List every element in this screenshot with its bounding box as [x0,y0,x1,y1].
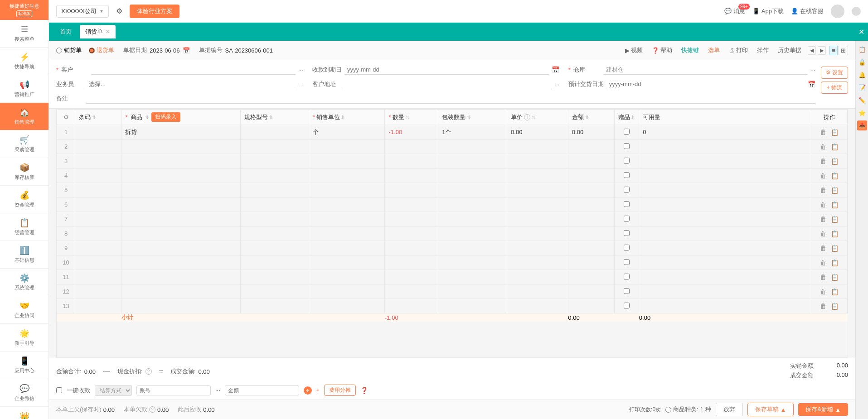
row-pkg-qty[interactable] [438,299,507,313]
row-gift[interactable] [615,154,639,169]
row-pkg-qty[interactable] [438,255,507,270]
row-product[interactable] [121,212,240,226]
row-pkg-qty[interactable] [438,140,507,154]
row-amount[interactable] [568,241,614,255]
discount-info-icon[interactable]: ? [145,368,152,375]
row-qty[interactable] [385,226,438,241]
row-amount[interactable]: 0.00 [568,125,614,140]
row-spec[interactable] [240,197,309,212]
row-delete-icon[interactable]: 🗑 [819,201,828,208]
row-unit[interactable] [309,140,385,154]
row-unit-price[interactable] [507,140,568,154]
save-new-button[interactable]: 保存&新增 ▲ [798,403,848,416]
add-payment-button[interactable]: + [304,386,312,395]
row-barcode[interactable] [75,140,121,154]
right-tool-clipboard[interactable]: 📋 [857,44,867,54]
row-spec[interactable] [240,226,309,241]
discard-button[interactable]: 放弃 [716,403,743,416]
user-avatar[interactable] [831,5,844,18]
row-qty[interactable] [385,299,438,313]
row-spec[interactable] [240,255,309,270]
warehouse-input[interactable] [603,65,808,75]
row-spec[interactable] [240,169,309,183]
row-copy-icon[interactable]: 📋 [829,245,840,252]
row-pkg-qty[interactable] [438,241,507,255]
row-barcode[interactable] [75,226,121,241]
row-delete-icon[interactable]: 🗑 [819,158,828,165]
row-gift[interactable] [615,183,639,197]
row-barcode[interactable] [75,197,121,212]
row-copy-icon[interactable]: 📋 [829,216,840,223]
row-amount[interactable] [568,140,614,154]
row-spec[interactable] [240,284,309,299]
right-tool-export[interactable]: 📤 [857,120,867,130]
expense-help-icon[interactable]: ❓ [360,387,368,394]
arrears-info-icon[interactable]: ? [149,406,155,413]
row-product[interactable] [121,197,240,212]
row-copy-icon[interactable]: 📋 [829,187,840,194]
save-draft-button[interactable]: 保存草稿 ▲ [747,403,794,416]
row-qty[interactable] [385,270,438,284]
row-barcode[interactable] [75,299,121,313]
date-picker-icon[interactable]: 📅 [183,47,190,54]
row-product[interactable] [121,299,240,313]
row-unit-price[interactable] [507,270,568,284]
company-select[interactable]: XXXXXX公司 ▼ [56,5,109,18]
row-amount[interactable] [568,154,614,169]
expense-split-button[interactable]: 费用分摊 [324,385,356,396]
right-tool-edit[interactable]: ✏️ [857,95,867,105]
history-btn[interactable]: 历史单据 [775,45,804,55]
sidebar-item-quick-nav[interactable]: ⚡ 快捷导航 [0,48,48,75]
row-amount[interactable] [568,270,614,284]
row-product[interactable] [121,154,240,169]
row-unit[interactable]: 个 [309,125,385,140]
row-qty[interactable] [385,183,438,197]
row-gift[interactable] [615,255,639,270]
grid-view-btn[interactable]: ⊞ [839,46,848,55]
sidebar-item-marketing[interactable]: 📢 营销推广 [0,75,48,103]
row-unit[interactable] [309,154,385,169]
row-unit[interactable] [309,299,385,313]
sidebar-item-stock-calc[interactable]: 📦 库存核算 [0,158,48,186]
row-copy-icon[interactable]: 📋 [829,274,840,281]
row-unit-price[interactable] [507,212,568,226]
tab-home[interactable]: 首页 [53,25,79,39]
warehouse-more-icon[interactable]: ··· [810,67,815,73]
sidebar-item-capital-mgmt[interactable]: 💰 资金管理 [0,186,48,213]
help-btn[interactable]: ❓ 帮助 [649,45,675,55]
sidebar-item-app-center[interactable]: 📱 应用中心 [0,352,48,379]
list-view-btn[interactable]: ≡ [829,46,838,55]
row-amount[interactable] [568,212,614,226]
row-product[interactable] [121,169,240,183]
th-gear[interactable]: ⚙ [57,110,75,125]
row-copy-icon[interactable]: 📋 [829,288,840,295]
row-copy-icon[interactable]: 📋 [829,158,840,165]
row-amount[interactable] [568,226,614,241]
row-product[interactable] [121,255,240,270]
right-tool-lock[interactable]: 🔒 [857,57,867,67]
row-pkg-qty[interactable] [438,270,507,284]
salesperson-more-icon[interactable]: ··· [298,81,303,88]
row-qty[interactable] [385,212,438,226]
row-product[interactable] [121,284,240,299]
account-more-icon[interactable]: ··· [215,387,220,394]
sidebar-item-sys-mgmt[interactable]: ⚙️ 系统管理 [0,269,48,296]
row-unit[interactable] [309,270,385,284]
sidebar-item-ops-mgmt[interactable]: 📋 经营管理 [0,213,48,241]
expected-delivery-input[interactable] [606,79,805,89]
row-unit-price[interactable] [507,197,568,212]
next-arrow[interactable]: ▶ [818,46,826,55]
row-barcode[interactable] [75,169,121,183]
row-unit[interactable] [309,226,385,241]
row-unit[interactable] [309,241,385,255]
row-unit-price[interactable] [507,255,568,270]
row-qty[interactable] [385,140,438,154]
row-pkg-qty[interactable] [438,169,507,183]
row-spec[interactable] [240,183,309,197]
row-spec[interactable] [240,241,309,255]
row-barcode[interactable] [75,212,121,226]
row-delete-icon[interactable]: 🗑 [819,129,828,136]
row-qty[interactable] [385,169,438,183]
row-unit[interactable] [309,183,385,197]
row-delete-icon[interactable]: 🗑 [819,216,828,223]
